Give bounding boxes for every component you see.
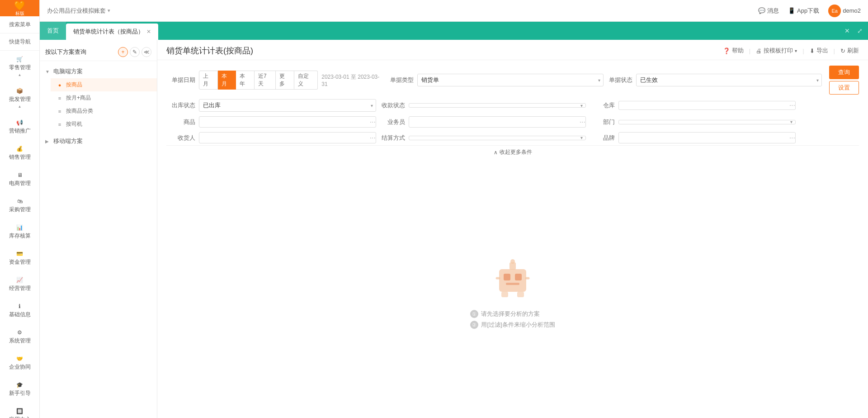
out-status-select[interactable]: 已出库 ▾: [199, 99, 376, 112]
setting-btn[interactable]: 设置: [829, 81, 859, 95]
doc-type-control: 销货单 ▾: [417, 74, 603, 86]
date-tab-custom[interactable]: 自定义: [294, 71, 318, 90]
warehouse-label: 仓库: [586, 101, 618, 109]
sidebar-item-finance[interactable]: 💳 资金管理: [0, 245, 39, 271]
sidebar-item-inventory[interactable]: 📊 库存核算: [0, 219, 39, 245]
print-icon: 🖨: [756, 48, 762, 54]
logo[interactable]: 🧡 标版: [0, 0, 39, 16]
tree-item-by-cashier[interactable]: ≡ 按司机: [51, 118, 157, 131]
topbar-dropdown-icon[interactable]: ▾: [108, 8, 110, 14]
doc-type-select[interactable]: 销货单 ▾: [417, 74, 603, 86]
date-tab-this-year[interactable]: 本年: [236, 71, 255, 90]
date-range: 2023-03-01 至 2023-03-31: [321, 73, 385, 87]
sidebar-item-marketing[interactable]: 📢 营销推广: [0, 114, 39, 140]
goods-select[interactable]: ···: [199, 116, 376, 128]
empty-illustration: [488, 253, 538, 304]
doc-status-label: 单据状态: [604, 76, 636, 84]
doc-status-select[interactable]: 已生效 ▾: [636, 74, 822, 86]
goods-icon: ●: [56, 81, 63, 89]
empty-tip-2: ② 用[过滤]条件来缩小分析范围: [470, 321, 555, 329]
tree-item-by-goods-cat[interactable]: ≡ 按商品分类: [51, 104, 157, 118]
refresh-btn[interactable]: ↻ 刷新: [840, 47, 859, 55]
logo-icon: 🧡: [14, 0, 25, 11]
collect-status-select[interactable]: ▾: [409, 103, 586, 108]
plus-icon: +: [121, 49, 124, 55]
add-scheme-btn[interactable]: +: [118, 47, 128, 57]
sidebar-item-enterprise[interactable]: 🤝 企业协同: [0, 350, 39, 376]
help-btn[interactable]: ❓ 帮助: [723, 47, 744, 55]
goods-dots[interactable]: ···: [370, 118, 376, 126]
panel-header: 按以下方案查询 + ✎ ≪: [40, 43, 157, 61]
logo-text: 标版: [14, 11, 25, 16]
tree-desktop-section: ▼ 电脑端方案 ● 按商品 ≡ 按月+商品 ≡ 按商品分类: [40, 63, 157, 133]
warehouse-select[interactable]: ···: [618, 101, 796, 110]
tab-close-icon[interactable]: ✕: [146, 28, 151, 35]
download-icon: 📱: [788, 7, 795, 14]
warehouse-dots[interactable]: ···: [789, 101, 795, 109]
tabbar-right: ✕ ⤢: [843, 22, 868, 40]
date-tab-this-month[interactable]: 本月: [218, 71, 236, 90]
tab-minimize-icon[interactable]: ✕: [843, 25, 852, 36]
empty-state: ① 请先选择要分析的方案 ② 用[过滤]条件来缩小分析范围: [157, 164, 868, 418]
tab-sales-stat[interactable]: 销货单统计计表（按商品） ✕: [66, 24, 158, 40]
template-print-btn[interactable]: 🖨 按模板打印 ▾: [756, 47, 797, 55]
sidebar-item-basic[interactable]: ℹ 基础信息: [0, 298, 39, 324]
sales-icon: 💰: [16, 146, 23, 152]
quick-nav[interactable]: 快捷导航: [0, 33, 39, 51]
user-area[interactable]: Ea demo2: [828, 5, 861, 17]
purchase-icon: 🛍: [17, 198, 23, 204]
brand-dots[interactable]: ···: [789, 134, 795, 142]
tree-desktop-group[interactable]: ▼ 电脑端方案: [40, 65, 157, 78]
app-download-btn[interactable]: 📱 App下载: [788, 7, 819, 15]
search-menu[interactable]: 搜索菜单: [0, 16, 39, 33]
tree-mobile-group[interactable]: ▶ 移动端方案: [40, 134, 157, 148]
sidebar-item-wholesale[interactable]: 📦 批发管理 ▲: [0, 82, 39, 114]
sidebar-item-system[interactable]: ⚙ 系统管理: [0, 324, 39, 350]
date-tab-more[interactable]: 更多: [276, 71, 294, 90]
tab-maximize-icon[interactable]: ⤢: [855, 25, 864, 36]
filter-area: 单据日期 上月 本月 本年 近7天 更多 自定义 2023-03-01 至 20…: [157, 60, 868, 164]
settlement-select[interactable]: ▾: [409, 136, 586, 140]
date-label: 单据日期: [166, 76, 199, 84]
enterprise-icon: 🤝: [16, 356, 23, 362]
sidebar-item-appstore[interactable]: 🔲 应用中心: [0, 403, 39, 418]
collapse-bar[interactable]: ∧ 收起更多条件: [166, 145, 859, 159]
collapse-panel-btn[interactable]: ≪: [142, 47, 151, 57]
page-title: 销货单统计计表(按商品): [166, 45, 253, 56]
sidebar-item-ecommerce[interactable]: 🖥 电商管理: [0, 166, 39, 193]
sep1: |: [749, 48, 750, 54]
query-btn[interactable]: 查询: [829, 66, 859, 79]
operation-icon: 📈: [16, 277, 23, 283]
dept-select[interactable]: ▾: [618, 120, 796, 124]
export-btn[interactable]: ⬇ 导出: [810, 47, 828, 55]
edit-scheme-btn[interactable]: ✎: [130, 47, 140, 57]
recipient-dots[interactable]: ···: [370, 134, 376, 142]
svg-rect-0: [499, 269, 526, 292]
recipient-select[interactable]: ···: [199, 132, 376, 143]
message-icon: 💬: [758, 7, 765, 14]
query-btns: 查询 设置: [829, 66, 859, 95]
message-btn[interactable]: 💬 消息: [758, 7, 779, 15]
tree-item-by-goods[interactable]: ● 按商品: [51, 78, 157, 91]
salesperson-select[interactable]: ···: [409, 116, 586, 128]
brand-select[interactable]: ···: [618, 132, 796, 143]
sidebar-item-operation[interactable]: 📈 经营管理: [0, 271, 39, 298]
settlement-arrow-icon: ▾: [580, 135, 583, 140]
salesperson-dots[interactable]: ···: [580, 118, 585, 126]
empty-tips: ① 请先选择要分析的方案 ② 用[过滤]条件来缩小分析范围: [470, 310, 555, 329]
sidebar-item-sales[interactable]: 💰 销售管理: [0, 140, 39, 166]
date-tab-7days[interactable]: 近7天: [255, 71, 276, 90]
inventory-icon: 📊: [16, 224, 23, 231]
sidebar-item-purchase[interactable]: 🛍 采购管理: [0, 193, 39, 219]
right-panel: 销货单统计计表(按商品) ❓ 帮助 | 🖨 按模板打印 ▾ | ⬇: [157, 40, 868, 418]
sidebar-item-retail[interactable]: 🛒 零售管理 ▲: [0, 51, 39, 82]
tab-home[interactable]: 首页: [40, 22, 66, 40]
sidebar-item-newguide[interactable]: 🎓 新手引导: [0, 376, 39, 403]
date-tab-last-month[interactable]: 上月: [199, 71, 218, 90]
settlement-control: ▾: [409, 136, 586, 140]
tip-2-num: ②: [470, 321, 478, 329]
tree-mobile-label: 移动端方案: [53, 137, 83, 145]
tree-mobile-section: ▶ 移动端方案: [40, 133, 157, 150]
tree-item-by-month-goods[interactable]: ≡ 按月+商品: [51, 91, 157, 104]
appstore-icon: 🔲: [16, 408, 23, 414]
